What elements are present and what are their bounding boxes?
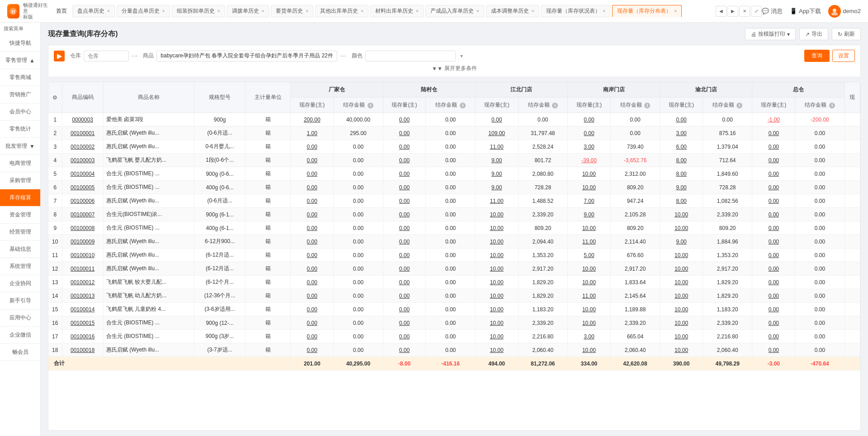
color-dropdown-icon[interactable]: ▾ [460, 53, 463, 59]
col-group-factory: 厂家仓 [291, 82, 383, 98]
goods-picker-btn[interactable]: ··· [340, 52, 346, 60]
row-na-qty: 5.00 [567, 248, 610, 262]
row-idx: 7 [48, 194, 62, 208]
expand-more-btn[interactable]: ▼▼ 展开更多条件 [54, 65, 855, 72]
row-factory-amt: 0.00 [334, 343, 383, 357]
col-group-yubei: 渝北门店 [660, 82, 752, 98]
info-icon-4[interactable]: ℹ [644, 103, 650, 108]
row-na-qty: 9.00 [567, 208, 610, 221]
nav-expand[interactable]: ⤢ [751, 6, 762, 17]
sidebar-item-base[interactable]: 基础信息 [0, 241, 40, 258]
nav-prev[interactable]: ◀ [716, 6, 726, 17]
sidebar-item-purchase[interactable]: 采购管理 [0, 172, 40, 189]
tab-product-in[interactable]: 产成品入库单历史 × [425, 5, 484, 17]
sidebar-item-apps[interactable]: 应用中心 [0, 309, 40, 327]
tab-inventory-check[interactable]: 盘点单历史 × [72, 5, 115, 17]
info-icon-2[interactable]: ℹ [460, 103, 466, 108]
row-code: 00100005 [62, 181, 103, 194]
sidebar-item-retail-store[interactable]: 零售商城 [0, 69, 40, 86]
message-btn[interactable]: 💬 消息 [762, 7, 783, 15]
sidebar-item-finance[interactable]: 资金管理 [0, 206, 40, 224]
info-icon-5[interactable]: ℹ [736, 103, 742, 108]
row-name: 合生元 (BIOSTIME) ... [103, 167, 194, 181]
tab-stock-dist[interactable]: 现存量（库存分布表） × [612, 5, 682, 17]
row-na-qty: 10.00 [567, 221, 610, 235]
nav-next[interactable]: ▶ [727, 6, 738, 17]
row-yb-qty: 3.00 [660, 127, 703, 140]
tab-transfer[interactable]: 调拨单历史 × [227, 5, 269, 17]
tab-assemble[interactable]: 组装拆卸单历史 × [172, 5, 225, 17]
sidebar-item-member[interactable]: 会员中心 [0, 103, 40, 121]
row-factory-amt: 0.00 [334, 140, 383, 154]
user-menu[interactable]: demo2 [828, 5, 861, 18]
row-jb-amt: 728.28 [518, 181, 567, 194]
nav-home[interactable]: 首页 [52, 5, 71, 17]
sidebar-item-member2[interactable]: 畅会员 [0, 344, 40, 361]
info-icon-3[interactable]: ℹ [552, 103, 558, 108]
row-land-qty: 0.00 [383, 289, 426, 303]
warehouse-input[interactable] [84, 51, 129, 61]
sidebar-item-system[interactable]: 系统管理 [0, 258, 40, 275]
col-yb-amt: 结存金额 ℹ [703, 98, 752, 113]
sidebar-item-nav[interactable]: 快捷导航 [0, 35, 40, 52]
search-toggle-btn[interactable]: ▶ [54, 51, 65, 61]
row-jb-qty: 10.00 [475, 303, 518, 316]
tab-other-out[interactable]: 其他出库单历史 × [315, 5, 368, 17]
export-btn[interactable]: ↗ 导出 [799, 28, 828, 40]
sidebar-item-ecommerce[interactable]: 电商管理 [0, 155, 40, 172]
row-land-amt: 0.00 [426, 330, 475, 343]
row-total-amt: 0.00 [795, 316, 844, 330]
tab-demand[interactable]: 要货单历史 × [271, 5, 313, 17]
nav-close-all[interactable]: ✕ [739, 6, 750, 17]
sidebar-item-retail-mgmt[interactable]: 零售管理 ▲ [0, 52, 40, 69]
row-idx: 8 [48, 208, 62, 221]
row-idx: 14 [48, 289, 62, 303]
color-input[interactable] [365, 51, 456, 61]
summary-label: 合计 [48, 357, 291, 370]
sidebar-item-wholesale[interactable]: 批发管理 ▼ [0, 138, 40, 155]
sidebar-item-collab[interactable]: 企业协同 [0, 275, 40, 292]
settings-btn[interactable]: 设置 [832, 50, 855, 62]
row-name: 合生元(BIOSTIME)浓... [103, 208, 194, 221]
tab-partial-check[interactable]: 分量盘点单历史 × [117, 5, 170, 17]
row-land-amt: 0.00 [426, 127, 475, 140]
row-current [844, 140, 860, 154]
row-factory-amt: 0.00 [334, 194, 383, 208]
row-factory-qty: 0.00 [291, 303, 334, 316]
row-code: 00100013 [62, 289, 103, 303]
row-total-amt: 0.00 [795, 330, 844, 343]
row-name: 惠氏启赋 (Wyeth illu... [103, 140, 194, 154]
info-icon-6[interactable]: ℹ [829, 103, 835, 108]
info-icon-1[interactable]: ℹ [368, 103, 373, 108]
print-btn[interactable]: 🖨 按模版打印 ▾ [745, 28, 796, 40]
row-yb-qty: 0.00 [660, 113, 703, 127]
sidebar-item-guide[interactable]: 新手引导 [0, 292, 40, 309]
row-name: 飞鹤星飞帆 儿童奶粉 4... [103, 303, 194, 316]
row-code: 00100001 [62, 127, 103, 140]
row-name: 惠氏启赋 (Wyeth illu... [103, 248, 194, 262]
sidebar-item-marketing[interactable]: 营销推广 [0, 86, 40, 103]
sidebar-item-operations[interactable]: 经营管理 [0, 224, 40, 241]
tab-stock-status[interactable]: 现存量（库存状况表） × [541, 5, 611, 17]
row-unit: 箱 [245, 127, 290, 140]
row-land-amt: 0.00 [426, 167, 475, 181]
tab-material-out[interactable]: 材料出库单历史 × [370, 5, 424, 17]
row-factory-amt: 0.00 [334, 276, 383, 289]
col-yb-qty: 现存量(主) [660, 98, 703, 113]
sidebar-item-retail-stat[interactable]: 零售统计 [0, 121, 40, 138]
goods-input[interactable] [156, 51, 337, 61]
app-logo-icon: 好 [7, 4, 19, 19]
sidebar-item-inventory[interactable]: 库存核算 [0, 189, 40, 206]
row-current [844, 181, 860, 194]
search-btn[interactable]: 查询 [804, 50, 830, 62]
warehouse-picker-btn[interactable]: ··· [132, 52, 137, 60]
row-yb-qty: 10.00 [660, 303, 703, 316]
sidebar-item-wechat[interactable]: 企业微信 [0, 327, 40, 344]
refresh-btn[interactable]: ↻ 刷新 [832, 28, 861, 40]
tab-cost-adjust[interactable]: 成本调整单历史 × [486, 5, 539, 17]
app-download-btn[interactable]: 📱 App下载 [790, 7, 821, 15]
sidebar-search[interactable]: 搜索英单 [0, 23, 40, 35]
row-unit: 箱 [245, 262, 290, 276]
row-code: 00100007 [62, 208, 103, 221]
row-yb-amt: 1,379.04 [703, 140, 752, 154]
